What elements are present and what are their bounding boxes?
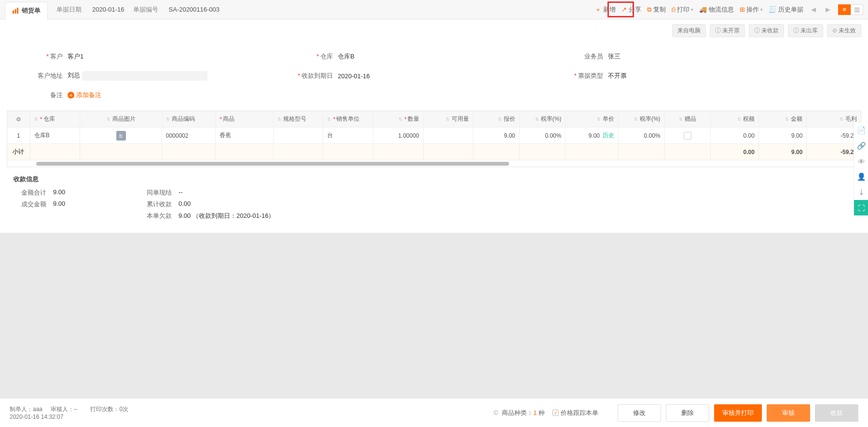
sort-icon: ⇅ [535, 117, 539, 121]
share-icon: ↗ [621, 6, 627, 13]
bottom-meta: 制单人：aaa 审核人：-- 打印次数：0次 2020-01-16 14:32:… [10, 405, 128, 421]
cell-unit[interactable]: 台 [323, 128, 373, 144]
sort-icon: ⇅ [277, 117, 281, 121]
status-unshipped[interactable]: ⓘ未出库 [788, 24, 823, 37]
cell-spec[interactable] [274, 128, 324, 144]
col-warehouse[interactable]: ⇅*仓库 [30, 111, 81, 128]
cell-unitprice[interactable]: 9.00历史 [565, 128, 619, 144]
rail-link-icon[interactable]: 🔗 [854, 138, 868, 154]
subtotal-tax: 0.00 [711, 144, 759, 160]
owe-amount: 9.00 （收款到期日：2020-01-16） [179, 212, 275, 220]
content-card: *客户客户1 *仓库仓库B 业务员张三 客户地址刘总 *收款到期日2020-01… [0, 42, 868, 233]
cell-taxrate[interactable]: 0.00% [520, 128, 566, 144]
cell-taxp[interactable]: 0.00% [619, 128, 665, 144]
customer-value[interactable]: 客户1 [68, 52, 83, 61]
sort-icon: ⇅ [327, 117, 331, 121]
bottom-bar: 制单人：aaa 审核人：-- 打印次数：0次 2020-01-16 14:32:… [0, 398, 868, 427]
cell-warehouse[interactable]: 仓库B [30, 128, 81, 144]
edit-button[interactable]: 修改 [618, 404, 661, 422]
copy-button[interactable]: ⧉复制 [647, 5, 666, 14]
rail-user-icon[interactable]: 👤 [854, 169, 868, 185]
history-button[interactable]: 🧾历史单据 [769, 5, 803, 14]
cell-image[interactable]: b [80, 128, 162, 144]
col-spec[interactable]: ⇅规格型号 [274, 111, 324, 128]
view-card[interactable]: ▥ [851, 4, 863, 15]
receipt-title: 收款信息 [14, 175, 854, 184]
col-product[interactable]: *商品 [216, 111, 274, 128]
nav-next[interactable]: ▶ [824, 6, 832, 13]
items-table: ⚙ ⇅*仓库 ⇅商品图片 ⇅商品编码 *商品 ⇅规格型号 ⇅*销售单位 ⇅*数量… [7, 111, 861, 160]
customer-address[interactable]: 刘总 [68, 71, 207, 81]
warning-icon: ⊘ [832, 27, 837, 34]
status-unpaid[interactable]: ⓘ未收款 [749, 24, 784, 37]
rail-download-icon[interactable]: ⤓ [854, 185, 868, 200]
sort-icon: ⇅ [597, 117, 601, 121]
rail-doc-icon[interactable]: 📄 [854, 123, 868, 138]
col-image[interactable]: ⇅商品图片 [80, 111, 162, 128]
due-date-value[interactable]: 2020-01-16 [338, 72, 370, 80]
col-gift[interactable]: ⇅赠品 [665, 111, 711, 128]
gear-icon[interactable]: ⚙ [16, 116, 21, 123]
paid-amount: 0.00 [179, 200, 191, 209]
col-avail[interactable]: ⇅可用量 [424, 111, 474, 128]
print-button[interactable]: ⎙打印▾ [672, 5, 693, 14]
col-unit[interactable]: ⇅*销售单位 [323, 111, 373, 128]
status-uninvoiced[interactable]: ⓘ未开票 [710, 24, 745, 37]
action-button[interactable]: ⊞操作▾ [740, 5, 763, 14]
total-amount: 9.00 [53, 188, 65, 197]
sort-icon: ⇅ [498, 117, 502, 121]
printer-icon: ⎙ [672, 6, 675, 13]
cell-price[interactable]: 9.00 [473, 128, 520, 144]
invoice-type-value[interactable]: 不开票 [608, 71, 627, 80]
new-button[interactable]: ＋新增 [595, 5, 616, 14]
col-gross[interactable]: ⇅毛利 [807, 111, 861, 128]
share-button[interactable]: ↗分享 [621, 5, 641, 14]
col-taxrate[interactable]: ⇅税率(%) [520, 111, 566, 128]
col-amount[interactable]: ⇅金额 [759, 111, 807, 128]
nav-prev[interactable]: ◀ [809, 6, 818, 13]
bar-chart-icon [12, 7, 19, 14]
follow-price-check[interactable]: ✓ 价格跟踪本单 [552, 409, 598, 417]
sort-icon: ⇅ [634, 117, 638, 121]
rail-view-icon[interactable]: 👁 [854, 154, 868, 169]
address-input[interactable] [82, 71, 207, 81]
print-count: 0次 [119, 406, 128, 413]
chevron-down-icon: ▾ [691, 7, 693, 12]
sort-icon: ⇅ [166, 117, 170, 121]
tab-label: 销货单 [22, 6, 41, 15]
col-price[interactable]: ⇅报价 [473, 111, 520, 128]
sort-icon: ⇅ [840, 117, 843, 121]
col-unitprice[interactable]: ⇅单价 [565, 111, 619, 128]
svg-rect-2 [17, 8, 18, 14]
add-remark-link[interactable]: +添加备注 [68, 91, 101, 100]
svg-rect-0 [13, 11, 14, 14]
scrollbar-thumb[interactable] [36, 162, 509, 166]
svg-rect-1 [15, 9, 16, 14]
history-link[interactable]: 历史 [603, 131, 614, 140]
view-list[interactable]: ≡ [838, 4, 851, 15]
col-qty[interactable]: ⇅*数量 [373, 111, 424, 128]
sort-icon: ⇅ [34, 117, 38, 121]
rail-expand-icon[interactable]: ⛶ [854, 200, 868, 215]
cell-code[interactable]: 0000002 [162, 128, 216, 144]
audit-button[interactable]: 审核 [767, 404, 810, 422]
status-ineffective[interactable]: ⊘未生效 [827, 24, 861, 37]
col-code[interactable]: ⇅商品编码 [162, 111, 216, 128]
info-icon: ⓘ [754, 27, 760, 34]
logistics-button[interactable]: 🚚物流信息 [699, 5, 734, 14]
delete-button[interactable]: 删除 [666, 404, 709, 422]
subtotal-amount: 9.00 [759, 144, 807, 160]
warehouse-value[interactable]: 仓库B [338, 52, 355, 61]
salesman-value[interactable]: 张三 [608, 52, 620, 61]
timestamp: 2020-01-16 14:32:07 [10, 413, 128, 421]
col-taxp[interactable]: ⇅税率(%) [619, 111, 665, 128]
audit-print-button[interactable]: 审核并打印 [714, 404, 762, 422]
cell-gift[interactable] [665, 128, 711, 144]
table-row[interactable]: 1 仓库B b 0000002 香蕉 台 1.00000 9.00 0.00% … [7, 128, 861, 144]
table-h-scrollbar[interactable] [7, 160, 861, 167]
cell-product[interactable]: 香蕉 [216, 128, 274, 144]
tab-sales-order[interactable]: 销货单 [5, 2, 48, 19]
checkbox[interactable] [684, 132, 691, 140]
col-taxamount[interactable]: ⇅税额 [711, 111, 759, 128]
cell-qty[interactable]: 1.00000 [373, 128, 424, 144]
